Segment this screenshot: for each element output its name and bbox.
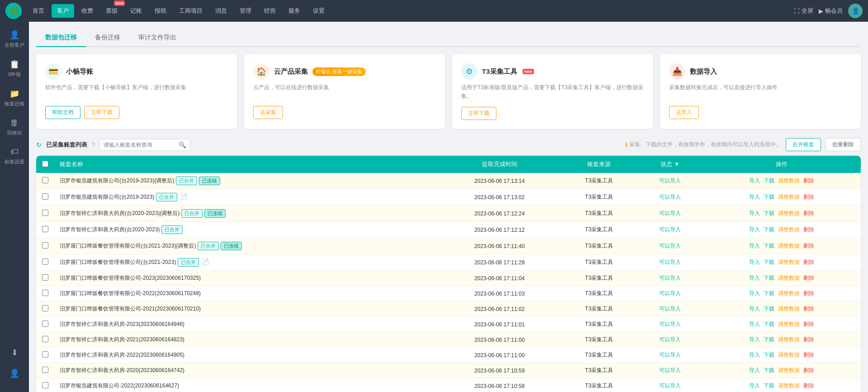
nav-service[interactable]: 服务 (283, 4, 306, 18)
action-调整数据[interactable]: 调整数据 (778, 336, 800, 343)
action-调整数据[interactable]: 调整数据 (778, 382, 800, 389)
action-删除[interactable]: 删除 (803, 336, 814, 343)
action-删除[interactable]: 删除 (803, 367, 814, 373)
search-input[interactable] (104, 142, 176, 148)
action-导入[interactable]: 导入 (749, 290, 760, 296)
action-删除[interactable]: 删除 (803, 243, 814, 249)
action-下载[interactable]: 下载 (764, 382, 774, 389)
action-下载[interactable]: 下载 (764, 226, 774, 233)
nav-manage[interactable]: 管理 (234, 4, 257, 18)
tab-backup-migrate[interactable]: 备份迁移 (86, 29, 129, 47)
action-导入[interactable]: 导入 (749, 352, 760, 358)
action-导入[interactable]: 导入 (749, 194, 760, 200)
action-调整数据[interactable]: 调整数据 (778, 177, 800, 184)
action-导入[interactable]: 导入 (749, 243, 760, 249)
row-checkbox[interactable] (42, 290, 48, 296)
action-调整数据[interactable]: 调整数据 (778, 290, 800, 296)
sidebar-item-tag-settings[interactable]: 🏷 标签设置 (2, 143, 27, 170)
action-下载[interactable]: 下载 (764, 210, 774, 216)
help-doc-button[interactable]: 帮助文档 (45, 106, 80, 119)
nav-invoice[interactable]: 票据 new (100, 4, 123, 18)
nav-business[interactable]: 工商项目 (174, 4, 208, 18)
search-button[interactable]: 🔍 (179, 141, 186, 148)
action-下载[interactable]: 下载 (764, 259, 774, 265)
action-删除[interactable]: 删除 (803, 194, 814, 200)
action-删除[interactable]: 删除 (803, 321, 814, 327)
sidebar-item-all-customers[interactable]: 👤 全部客户 (2, 25, 27, 53)
action-调整数据[interactable]: 调整数据 (778, 352, 800, 358)
action-导入[interactable]: 导入 (749, 210, 760, 216)
logo-icon[interactable]: 🌿 (5, 3, 22, 19)
help-icon[interactable]: ? (92, 141, 95, 148)
sort-icon[interactable]: ▼ (674, 161, 680, 167)
action-删除[interactable]: 删除 (803, 275, 814, 281)
sidebar-item-recycle[interactable]: 🗑 回收站 (2, 114, 27, 141)
action-删除[interactable]: 删除 (803, 352, 814, 358)
nav-tax[interactable]: 报税 (149, 4, 172, 18)
nav-operation[interactable]: 经营 (259, 4, 281, 18)
file-icon[interactable]: 📄 (202, 258, 209, 265)
batch-delete-button[interactable]: 批量删除 (826, 138, 861, 151)
nav-customer[interactable]: 客户 (52, 4, 74, 18)
action-删除[interactable]: 删除 (803, 290, 814, 296)
action-调整数据[interactable]: 调整数据 (778, 275, 800, 281)
action-导入[interactable]: 导入 (749, 275, 760, 281)
fullscreen-button[interactable]: ⛶ 全屏 (794, 7, 813, 15)
sidebar-item-zero-declare[interactable]: 📋 0申报 (2, 55, 27, 82)
tab-audit-export[interactable]: 审计文件导出 (129, 29, 185, 47)
file-icon[interactable]: 📄 (180, 193, 188, 200)
action-下载[interactable]: 下载 (764, 194, 774, 200)
member-button[interactable]: ▶ 畅会员 (819, 7, 843, 15)
row-checkbox[interactable] (42, 210, 48, 216)
sidebar-item-download[interactable]: ⬇ (2, 343, 27, 362)
action-删除[interactable]: 删除 (803, 177, 814, 184)
action-下载[interactable]: 下载 (764, 321, 774, 327)
action-下载[interactable]: 下载 (764, 243, 774, 249)
action-导入[interactable]: 导入 (749, 306, 760, 312)
row-checkbox[interactable] (42, 274, 48, 281)
row-checkbox[interactable] (42, 177, 48, 183)
action-调整数据[interactable]: 调整数据 (778, 194, 800, 200)
nav-fee[interactable]: 收费 (76, 4, 99, 18)
sidebar-item-profile[interactable]: 👤 (2, 364, 27, 383)
action-导入[interactable]: 导入 (749, 321, 760, 327)
row-checkbox[interactable] (42, 351, 48, 358)
nav-bookkeeping[interactable]: 记账 (125, 4, 147, 18)
row-checkbox[interactable] (42, 320, 48, 327)
download-now-button[interactable]: 立即下载 (84, 106, 119, 119)
action-删除[interactable]: 删除 (803, 382, 814, 389)
nav-message[interactable]: 消息 (210, 4, 232, 18)
action-调整数据[interactable]: 调整数据 (778, 243, 800, 249)
action-调整数据[interactable]: 调整数据 (778, 210, 800, 216)
nav-settings[interactable]: 设置 (307, 4, 330, 18)
action-调整数据[interactable]: 调整数据 (778, 321, 800, 327)
action-调整数据[interactable]: 调整数据 (778, 306, 800, 312)
row-checkbox[interactable] (42, 258, 48, 265)
action-删除[interactable]: 删除 (803, 259, 814, 265)
tab-data-migrate[interactable]: 数据包迁移 (36, 29, 86, 47)
row-checkbox[interactable] (42, 382, 48, 388)
action-调整数据[interactable]: 调整数据 (778, 259, 800, 265)
nav-home[interactable]: 首页 (27, 4, 50, 18)
sidebar-item-account-migrate[interactable]: 📁 账套迁移 (2, 84, 27, 112)
action-导入[interactable]: 导入 (749, 367, 760, 373)
action-下载[interactable]: 下载 (764, 306, 774, 312)
action-下载[interactable]: 下载 (764, 275, 774, 281)
action-导入[interactable]: 导入 (749, 259, 760, 265)
row-checkbox[interactable] (42, 193, 48, 200)
select-all-checkbox[interactable] (42, 161, 48, 167)
action-导入[interactable]: 导入 (749, 336, 760, 343)
refresh-icon[interactable]: ↻ (36, 141, 42, 148)
action-导入[interactable]: 导入 (749, 382, 760, 389)
action-下载[interactable]: 下载 (764, 367, 774, 373)
action-下载[interactable]: 下载 (764, 290, 774, 296)
row-checkbox[interactable] (42, 367, 48, 373)
avatar[interactable]: 👤 (848, 4, 863, 18)
row-checkbox[interactable] (42, 242, 48, 249)
action-导入[interactable]: 导入 (749, 226, 760, 233)
action-调整数据[interactable]: 调整数据 (778, 226, 800, 233)
action-下载[interactable]: 下载 (764, 336, 774, 343)
row-checkbox[interactable] (42, 226, 48, 232)
go-collect-button[interactable]: 去采集 (253, 106, 283, 119)
action-导入[interactable]: 导入 (749, 177, 760, 184)
